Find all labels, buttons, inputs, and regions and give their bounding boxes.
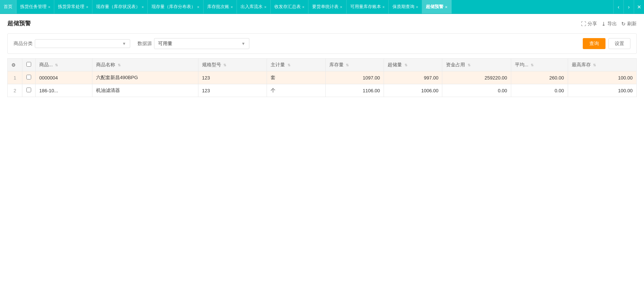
main-content: 超储预警 ⛶ 分享 ⤓ 导出 ↻ 刷新 商品分类 ▼ (0, 14, 644, 293)
row-unit-0: 套 (267, 71, 325, 84)
table-row: 1 0000004 六配套新昌490BPG 123 套 1097.00 997.… (8, 71, 637, 84)
maxstock-col-header[interactable]: 最高库存 ⇅ (568, 59, 636, 71)
name-sort-icon: ⇅ (118, 63, 121, 67)
nav-prev-btn[interactable]: ‹ (613, 0, 623, 14)
nav-tab-close-1[interactable]: × (48, 5, 50, 9)
name-col-header[interactable]: 商品名称 ⇅ (92, 59, 198, 71)
filter-section: 商品分类 ▼ 数据源 可用量 ▼ 查询 设置 (7, 33, 637, 54)
category-select[interactable]: ▼ (35, 39, 130, 48)
stock-sort-icon: ⇅ (346, 63, 349, 67)
settings-col-header[interactable]: ⚙ (8, 59, 22, 71)
nav-tab-4[interactable]: 现存量（库存分布表）× (148, 0, 203, 14)
row-overflow-1: 1006.00 (384, 84, 442, 97)
nav-tab-5[interactable]: 库存批次账× (204, 0, 237, 14)
refresh-label: 刷新 (627, 21, 637, 27)
nav-tab-label-5: 库存批次账 (207, 4, 229, 10)
settings-gear-icon[interactable]: ⚙ (11, 62, 16, 68)
overflow-col-header[interactable]: 超储量 ⇅ (384, 59, 442, 71)
share-label: 分享 (588, 21, 597, 27)
avg-col-header[interactable]: 平均... ⇅ (511, 59, 568, 71)
nav-next-btn[interactable]: › (623, 0, 634, 14)
datasource-label: 数据源 (138, 40, 152, 47)
nav-tab-0[interactable]: 首页 (0, 0, 17, 14)
share-btn[interactable]: ⛶ 分享 (581, 21, 597, 27)
row-num-0: 1 (8, 71, 22, 84)
query-button[interactable]: 查询 (583, 38, 605, 49)
overflow-col-label: 超储量 (388, 62, 402, 67)
table-row: 2 186-10... 机油滤清器 123 个 1106.00 1006.00 … (8, 84, 637, 97)
unit-col-header[interactable]: 主计量 ⇅ (267, 59, 325, 71)
row-code-1: 186-10... (36, 84, 92, 97)
datasource-select[interactable]: 可用量 ▼ (154, 38, 249, 49)
top-nav: 首页拣货任务管理×拣货异常处理×现存量（库存状况表）×现存量（库存分布表）×库存… (0, 0, 644, 14)
nav-tab-close-6[interactable]: × (264, 5, 266, 9)
filter-buttons: 查询 设置 (583, 38, 630, 49)
nav-tab-label-0: 首页 (4, 4, 12, 10)
datasource-filter: 数据源 可用量 ▼ (138, 38, 249, 49)
row-stock-1: 1106.00 (325, 84, 384, 97)
stock-col-label: 库存量 (329, 62, 344, 67)
maxstock-col-label: 最高库存 (572, 62, 591, 67)
refresh-btn[interactable]: ↻ 刷新 (621, 21, 637, 27)
nav-tab-label-10: 保质期查询 (392, 4, 414, 10)
nav-tab-3[interactable]: 现存量（库存状况表）× (92, 0, 148, 14)
name-col-label: 商品名称 (96, 62, 115, 67)
nav-tab-6[interactable]: 出入库流水× (237, 0, 270, 14)
row-name-1: 机油滤清器 (92, 84, 198, 97)
checkbox-col-header[interactable] (22, 59, 36, 71)
nav-tab-2[interactable]: 拣货异常处理× (54, 0, 92, 14)
nav-tab-label-1: 拣货任务管理 (20, 4, 47, 10)
capital-col-header[interactable]: 资金占用 ⇅ (442, 59, 511, 71)
nav-tab-close-8[interactable]: × (340, 5, 342, 9)
spec-col-header[interactable]: 规格型号 ⇅ (198, 59, 267, 71)
row-maxstock-1: 100.00 (568, 84, 636, 97)
nav-tab-label-3: 现存量（库存状况表） (96, 4, 140, 10)
nav-arrows: ‹ › ✕ (613, 0, 644, 14)
export-btn[interactable]: ⤓ 导出 (601, 21, 617, 27)
nav-tab-close-5[interactable]: × (231, 5, 233, 9)
maxstock-sort-icon: ⇅ (593, 63, 596, 67)
nav-tab-label-6: 出入库流水 (241, 4, 263, 10)
nav-tab-close-4[interactable]: × (197, 5, 199, 9)
nav-close-btn[interactable]: ✕ (634, 0, 644, 14)
row-avg-0: 260.00 (511, 71, 568, 84)
nav-tab-label-8: 要货单统计表 (312, 4, 339, 10)
stock-col-header[interactable]: 库存量 ⇅ (325, 59, 384, 71)
nav-tab-label-9: 可用量库存账本 (350, 4, 381, 10)
nav-tab-close-10[interactable]: × (416, 5, 418, 9)
datasource-select-value: 可用量 (158, 40, 238, 47)
settings-button[interactable]: 设置 (608, 38, 630, 49)
spec-sort-icon: ⇅ (223, 63, 226, 67)
datasource-chevron-icon: ▼ (241, 41, 245, 46)
nav-tab-11[interactable]: 超储预警× (422, 0, 451, 14)
nav-tab-close-9[interactable]: × (383, 5, 385, 9)
overflow-sort-icon: ⇅ (405, 63, 407, 67)
nav-tab-7[interactable]: 收发存汇总表× (271, 0, 308, 14)
row-unit-1: 个 (267, 84, 325, 97)
row-checkbox-cell-0[interactable] (22, 71, 36, 84)
row-checkbox-1[interactable] (26, 88, 31, 92)
nav-tab-close-2[interactable]: × (86, 5, 88, 9)
nav-tab-9[interactable]: 可用量库存账本× (347, 0, 389, 14)
header-actions: ⛶ 分享 ⤓ 导出 ↻ 刷新 (581, 21, 637, 27)
row-overflow-0: 997.00 (384, 71, 442, 84)
spec-col-label: 规格型号 (202, 62, 221, 67)
page-title: 超储预警 (7, 20, 31, 27)
row-checkbox-0[interactable] (26, 75, 31, 79)
nav-tab-label-4: 现存量（库存分布表） (151, 4, 195, 10)
row-name-0: 六配套新昌490BPG (92, 71, 198, 84)
select-all-checkbox[interactable] (26, 62, 31, 67)
nav-tab-close-3[interactable]: × (142, 5, 144, 9)
nav-tab-8[interactable]: 要货单统计表× (308, 0, 346, 14)
nav-tab-10[interactable]: 保质期查询× (389, 0, 422, 14)
nav-tab-close-7[interactable]: × (302, 5, 304, 9)
nav-tab-close-11[interactable]: × (445, 5, 447, 9)
unit-sort-icon: ⇅ (288, 63, 290, 67)
row-capital-0: 259220.00 (442, 71, 511, 84)
nav-tab-label-2: 拣货异常处理 (58, 4, 84, 10)
code-col-header[interactable]: 商品... ⇅ (36, 59, 92, 71)
row-num-1: 2 (8, 84, 22, 97)
row-checkbox-cell-1[interactable] (22, 84, 36, 97)
nav-tab-1[interactable]: 拣货任务管理× (17, 0, 54, 14)
capital-col-label: 资金占用 (446, 62, 465, 67)
